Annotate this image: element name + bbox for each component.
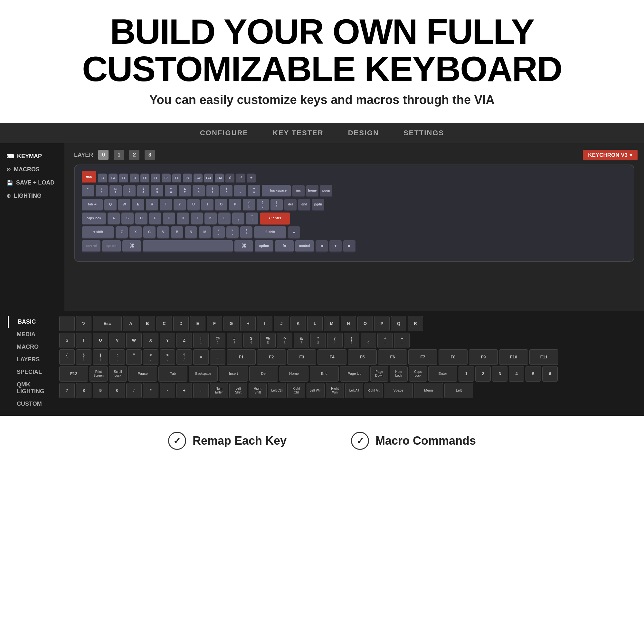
layer-btn-2[interactable]: 2 [129, 150, 139, 160]
key-i[interactable]: I [201, 199, 213, 211]
key-mic[interactable]: 🎤 [236, 174, 245, 183]
key-w[interactable]: W [118, 199, 130, 211]
key-f8[interactable]: F8 [172, 174, 181, 183]
pkey-num5[interactable]: 5 [526, 366, 541, 382]
pkey-k[interactable]: K [290, 316, 306, 331]
pkey-home[interactable]: Home [279, 366, 308, 382]
key-right[interactable]: ▶ [343, 240, 355, 252]
pkey-rwin[interactable]: RightWin [326, 383, 344, 398]
key-f2[interactable]: F2 [109, 174, 118, 183]
tab-keytester[interactable]: KEY TESTER [270, 128, 326, 138]
pkey-num0[interactable]: 0 [109, 383, 125, 398]
key-f[interactable]: F [149, 213, 161, 225]
pkey-star[interactable]: *8 [310, 333, 326, 348]
key-space[interactable] [143, 240, 233, 252]
tab-configure[interactable]: CONFIGURE [197, 128, 251, 138]
key-h[interactable]: H [177, 213, 189, 225]
panel-nav-special[interactable]: SPECIAL [8, 366, 59, 379]
key-x[interactable]: X [129, 226, 142, 239]
pkey-dquote[interactable]: "' [126, 349, 142, 365]
key-0[interactable]: )0 [220, 185, 232, 197]
pkey-numstar[interactable]: * [143, 383, 158, 398]
pkey-pct[interactable]: %5 [260, 333, 276, 348]
pkey-x[interactable]: X [143, 333, 158, 348]
key-f10[interactable]: F10 [194, 174, 203, 183]
pkey-f12[interactable]: F12 [59, 366, 88, 382]
pkey-plus[interactable]: += [377, 333, 393, 348]
pkey-lwin[interactable]: Left Win [307, 383, 325, 398]
pkey-colon[interactable]: :; [109, 349, 125, 365]
key-6[interactable]: ^6 [165, 185, 177, 197]
pkey-lt[interactable]: <, [143, 349, 158, 365]
key-g[interactable]: G [163, 213, 175, 225]
pkey-j[interactable]: J [274, 316, 289, 331]
key-option[interactable]: option [102, 240, 121, 252]
pkey-o[interactable]: O [357, 316, 373, 331]
sidebar-item-lighting[interactable]: ⊕ LIGHTING [0, 189, 64, 203]
pkey-f11[interactable]: F11 [529, 349, 558, 365]
key-quote[interactable]: "' [246, 213, 258, 225]
pkey-rparen[interactable]: )} [344, 333, 359, 348]
pkey-q[interactable]: Q [391, 316, 406, 331]
pkey-num7[interactable]: 7 [59, 383, 75, 398]
sidebar-item-saveload[interactable]: 💾 SAVE + LOAD [0, 176, 64, 189]
panel-nav-custom[interactable]: CUSTOM [8, 398, 59, 411]
pkey-d[interactable]: D [173, 316, 189, 331]
pkey-at[interactable]: @2 [210, 333, 225, 348]
key-k[interactable]: K [204, 213, 217, 225]
pkey-menu[interactable]: Menu [414, 383, 443, 398]
key-backslash[interactable]: |\ [270, 199, 283, 211]
pkey-numdot[interactable]: . [193, 383, 209, 398]
pkey-a[interactable]: A [123, 316, 138, 331]
pkey-lparen[interactable]: ({ [327, 333, 343, 348]
key-7[interactable]: &7 [179, 185, 191, 197]
pkey-p[interactable]: P [374, 316, 390, 331]
pkey-numminus[interactable]: - [160, 383, 175, 398]
pkey-rctrl[interactable]: RightCtrl [287, 383, 305, 398]
pkey-num6[interactable]: 6 [542, 366, 558, 382]
key-home[interactable]: home [306, 185, 318, 197]
pkey-s[interactable]: S [59, 333, 75, 348]
panel-nav-basic[interactable]: BASIC [8, 316, 59, 328]
key-cmd-r[interactable]: ⌘ [234, 240, 253, 252]
key-esc[interactable]: esc [82, 171, 96, 183]
key-f12[interactable]: F12 [215, 174, 224, 183]
pkey-num1[interactable]: 1 [459, 366, 474, 382]
key-lshift[interactable]: ⇧ shift [82, 226, 114, 239]
key-light[interactable]: ☀ [247, 174, 256, 183]
panel-nav-qmklighting[interactable]: QMK LIGHTING [8, 379, 59, 398]
key-end[interactable]: end [298, 199, 310, 211]
pkey-enter[interactable]: Enter [428, 366, 457, 382]
pkey-f6[interactable]: F6 [378, 349, 407, 365]
pkey-pgup[interactable]: Page Up [340, 366, 369, 382]
pkey-numslash[interactable]: / [126, 383, 142, 398]
pkey-tab[interactable]: Tab [158, 366, 187, 382]
pkey-g[interactable]: G [223, 316, 239, 331]
layer-btn-3[interactable]: 3 [145, 150, 155, 160]
pkey-h[interactable]: H [240, 316, 256, 331]
panel-nav-macro[interactable]: MACRO [8, 341, 59, 354]
pkey-z[interactable]: Z [176, 333, 192, 348]
key-capslock[interactable]: caps lock [82, 213, 106, 225]
pkey-f1[interactable]: F1 [227, 349, 256, 365]
key-tab[interactable]: tab ⇥ [82, 199, 103, 211]
key-pgup[interactable]: pgup [320, 185, 332, 197]
key-pgdn[interactable]: pgdn [312, 199, 324, 211]
pkey-f7[interactable]: F7 [408, 349, 437, 365]
pkey-numlock[interactable]: NumLock [390, 366, 408, 382]
key-n[interactable]: N [185, 226, 197, 239]
pkey-l[interactable]: L [307, 316, 323, 331]
pkey-backtick[interactable]: –= [394, 333, 410, 348]
pkey-gt[interactable]: >. [160, 349, 175, 365]
pkey-b[interactable]: B [140, 316, 155, 331]
key-4[interactable]: $4 [137, 185, 149, 197]
pkey-c[interactable]: C [156, 316, 172, 331]
key-b[interactable]: B [171, 226, 183, 239]
pkey-lshift[interactable]: LeftShift [229, 383, 247, 398]
pkey-num8[interactable]: 8 [76, 383, 91, 398]
key-option-r[interactable]: option [255, 240, 273, 252]
key-cmd-l[interactable]: ⌘ [122, 240, 141, 252]
key-ctrl-r[interactable]: control [295, 240, 314, 252]
pkey-numplus[interactable]: + [176, 383, 192, 398]
key-ctrl[interactable]: control [82, 240, 100, 252]
